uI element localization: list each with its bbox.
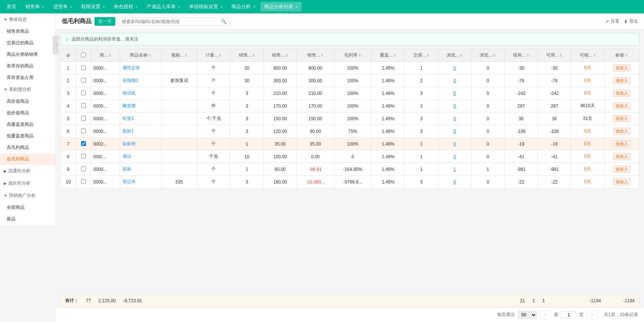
sidebar-group-appeal[interactable]: ▼ 美剌度分析 bbox=[0, 83, 55, 96]
row-checkbox-3[interactable] bbox=[81, 103, 86, 108]
cell-browse1-3[interactable]: 0 bbox=[438, 100, 471, 112]
cell-browse1-0[interactable]: 0 bbox=[438, 62, 471, 74]
nav-close-permission[interactable]: × bbox=[103, 4, 105, 9]
cell-name-1[interactable]: 吴细细1 bbox=[120, 74, 161, 87]
prev-page-button[interactable]: ＜ bbox=[540, 310, 551, 319]
sidebar-group-growth[interactable]: ▶ 成长性分析 bbox=[0, 177, 55, 189]
cell-check-2[interactable] bbox=[76, 87, 91, 100]
sidebar-item-low-coverage[interactable]: 低覆盖度商品 bbox=[0, 130, 55, 142]
th-sales-profit[interactable]: 销售...⇅ bbox=[297, 49, 334, 62]
th-sales-qty[interactable]: 销售...⇅ bbox=[230, 49, 263, 62]
nav-close-role[interactable]: × bbox=[135, 4, 138, 9]
nav-analysis-list[interactable]: 商品分析列表 × bbox=[260, 2, 301, 12]
nav-product-analysis[interactable]: 商品分析 × bbox=[228, 2, 259, 12]
nav-close-analysis[interactable]: × bbox=[253, 4, 255, 9]
sidebar-item-stock-goods[interactable]: 有库存的商品 bbox=[0, 60, 55, 72]
th-spec[interactable]: 规格...⇅ bbox=[161, 49, 197, 62]
sidebar-item-high-margin[interactable]: 高毛利商品 bbox=[0, 142, 55, 153]
row-checkbox-8[interactable] bbox=[81, 166, 86, 171]
sidebar-item-traded-goods[interactable]: 交易过的商品 bbox=[0, 37, 55, 49]
cell-check-7[interactable] bbox=[76, 150, 91, 163]
row-checkbox-7[interactable] bbox=[81, 154, 86, 159]
nav-sales[interactable]: 销售单 × bbox=[22, 2, 48, 12]
cell-name-4[interactable]: 铅笔1 bbox=[120, 112, 161, 125]
cell-check-4[interactable] bbox=[76, 112, 91, 125]
select-all-checkbox[interactable] bbox=[81, 52, 86, 57]
sidebar-item-category-rate[interactable]: 商品分类助销率 bbox=[0, 49, 55, 60]
cell-check-3[interactable] bbox=[76, 100, 91, 112]
cell-name-8[interactable]: 鼠标 bbox=[120, 163, 161, 176]
cell-check-8[interactable] bbox=[76, 163, 91, 176]
th-unit[interactable]: 计量...⇅ bbox=[197, 49, 230, 62]
search-icon[interactable]: 🔍 bbox=[221, 19, 227, 24]
nav-close-sales[interactable]: × bbox=[42, 4, 44, 9]
cell-browse1-2[interactable]: 0 bbox=[438, 87, 471, 100]
sidebar-item-stock-capital[interactable]: 库存资金占用 bbox=[0, 72, 55, 83]
cell-browse1-9[interactable]: 0 bbox=[438, 176, 471, 188]
cell-browse1-7[interactable]: 0 bbox=[438, 150, 471, 163]
th-name[interactable]: 商品名称⇅ bbox=[120, 49, 161, 62]
row-checkbox-5[interactable] bbox=[81, 128, 86, 133]
cell-name-7[interactable]: 测试 bbox=[120, 150, 161, 163]
nav-close-product[interactable]: × bbox=[178, 4, 180, 9]
search-input[interactable] bbox=[122, 19, 221, 24]
nav-product-entry[interactable]: 产成品入库单 × bbox=[143, 2, 184, 12]
sidebar-item-new-goods[interactable]: 新品 bbox=[0, 213, 55, 225]
cell-name-3[interactable]: 橡皮擦 bbox=[120, 100, 161, 112]
row-checkbox-4[interactable] bbox=[81, 116, 86, 121]
th-checkbox[interactable] bbox=[76, 49, 91, 62]
cell-browse1-6[interactable]: 0 bbox=[438, 138, 471, 150]
cell-check-1[interactable] bbox=[76, 74, 91, 87]
cell-name-2[interactable]: 电话机 bbox=[120, 87, 161, 100]
cell-browse1-8[interactable]: 1 bbox=[438, 163, 471, 176]
search-box[interactable]: 🔍 bbox=[118, 17, 230, 26]
nav-close-list[interactable]: × bbox=[295, 4, 298, 9]
cell-name-6[interactable]: 鼠标垫 bbox=[120, 138, 161, 150]
nav-role[interactable]: 角色授权 × bbox=[110, 2, 141, 12]
th-sellable[interactable]: 可销...⇅ bbox=[571, 49, 604, 62]
sidebar-item-high-coverage[interactable]: 高覆盖度商品 bbox=[0, 119, 55, 130]
th-gross-rate[interactable]: 毛利率⇅ bbox=[334, 49, 372, 62]
cell-browse1-1[interactable]: 0 bbox=[438, 74, 471, 87]
cell-name-5[interactable]: 鼠标1 bbox=[120, 125, 161, 138]
sidebar-item-sales-goods[interactable]: 销售类商品 bbox=[0, 26, 55, 37]
cell-check-0[interactable] bbox=[76, 62, 91, 74]
export-button[interactable]: ⬇ 导出 bbox=[624, 18, 638, 25]
nav-template[interactable]: 单据模板设置 × bbox=[185, 2, 226, 12]
page-input[interactable] bbox=[561, 311, 576, 319]
nav-permission[interactable]: 权限设置 × bbox=[77, 2, 109, 12]
th-trade[interactable]: 交易...⇅ bbox=[405, 49, 438, 62]
page-size-select[interactable]: 50 20 100 bbox=[518, 311, 537, 319]
row-checkbox-6[interactable] bbox=[81, 141, 86, 146]
cell-name-0[interactable]: 属性定价 bbox=[120, 62, 161, 74]
th-settings[interactable]: ⚙ bbox=[61, 49, 76, 62]
sidebar-group-overall[interactable]: ▼ 整体信息 bbox=[0, 13, 55, 26]
sidebar-item-all-goods[interactable]: 全部商品 bbox=[0, 202, 55, 213]
th-code[interactable]: 商...⇅ bbox=[91, 49, 120, 62]
share-button[interactable]: ↗ 分享 bbox=[605, 18, 619, 25]
sidebar-group-flow[interactable]: ▶ 流通性分析 bbox=[0, 165, 55, 177]
row-checkbox-2[interactable] bbox=[81, 90, 86, 95]
sidebar-collapse-button[interactable]: 《 bbox=[53, 36, 59, 54]
th-browse1[interactable]: 浏览...⇅ bbox=[438, 49, 471, 62]
cell-check-5[interactable] bbox=[76, 125, 91, 138]
nav-close-purchase[interactable]: × bbox=[70, 4, 72, 9]
cell-check-6[interactable] bbox=[76, 138, 91, 150]
th-available[interactable]: 可用...⇅ bbox=[538, 49, 571, 62]
nav-purchase[interactable]: 进货单 × bbox=[49, 2, 76, 12]
th-browse2[interactable]: 浏览...⇅ bbox=[471, 49, 504, 62]
nav-close-template[interactable]: × bbox=[220, 4, 222, 9]
th-coverage[interactable]: 覆盖...⇅ bbox=[372, 49, 405, 62]
th-tag[interactable]: 标签⇅ bbox=[604, 49, 639, 62]
row-checkbox-0[interactable] bbox=[81, 65, 86, 70]
row-checkbox-1[interactable] bbox=[81, 78, 86, 83]
cell-browse1-4[interactable]: 0 bbox=[438, 112, 471, 125]
cell-check-9[interactable] bbox=[76, 176, 91, 188]
nav-home[interactable]: 首页 bbox=[3, 2, 20, 12]
cell-name-9[interactable]: 笔记本 bbox=[120, 176, 161, 188]
cell-browse1-5[interactable]: 0 bbox=[438, 125, 471, 138]
date-filter-button[interactable]: 近一月 bbox=[94, 17, 115, 26]
sidebar-item-high-value[interactable]: 高价值商品 bbox=[0, 96, 55, 107]
sidebar-item-low-value[interactable]: 低价值商品 bbox=[0, 107, 55, 119]
next-page-button[interactable]: ＞ bbox=[587, 310, 598, 319]
